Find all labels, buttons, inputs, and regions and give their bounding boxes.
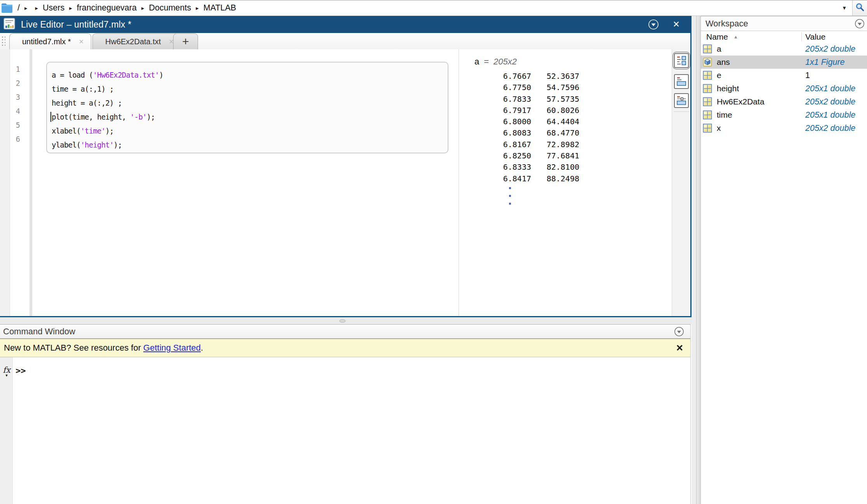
fx-function-hint-icon[interactable]: fx▼ bbox=[2, 366, 12, 377]
chevron-down-icon[interactable]: ▼ bbox=[839, 5, 852, 11]
panel-menu-icon[interactable] bbox=[855, 19, 865, 29]
editor-output-splitter[interactable] bbox=[459, 49, 459, 316]
workspace-row[interactable]: height205x1 double bbox=[701, 82, 867, 95]
output-cell: 54.7596 bbox=[531, 82, 579, 93]
breadcrumb-item[interactable]: Documents bbox=[148, 3, 192, 13]
code-segment: ) bbox=[159, 71, 163, 79]
tabbar-drag-handle[interactable] bbox=[1, 36, 5, 47]
command-window-body[interactable]: fx▼ >> bbox=[0, 357, 690, 504]
tab-close-icon[interactable]: ✕ bbox=[79, 38, 84, 45]
output-cell: 72.8982 bbox=[531, 139, 579, 150]
output-inline-icon[interactable] bbox=[674, 74, 689, 89]
figure-controls-icon[interactable] bbox=[674, 93, 689, 108]
code-line[interactable]: height = a(:,2) ; bbox=[52, 96, 448, 110]
output-row: 6.833382.8100 bbox=[481, 162, 579, 173]
variable-name: Hw6Ex2Data bbox=[717, 97, 764, 106]
workspace-row[interactable]: a205x2 double bbox=[701, 42, 867, 56]
matrix-variable-icon bbox=[703, 123, 712, 133]
output-cell: 6.8083 bbox=[481, 127, 531, 139]
window-menu-icon[interactable] bbox=[648, 19, 659, 30]
window-close-icon[interactable]: ✕ bbox=[673, 20, 680, 29]
variable-value: 1x1 Figure bbox=[805, 57, 845, 67]
breadcrumb-separator-icon: ▸ bbox=[192, 5, 203, 12]
breadcrumb-item[interactable]: Users bbox=[42, 3, 65, 13]
variable-value: 205x2 double bbox=[805, 97, 855, 107]
code-block[interactable]: a = load ('Hw6Ex2Data.txt')time = a(:,1)… bbox=[46, 62, 448, 153]
code-segment: xlabel( bbox=[52, 127, 80, 135]
variable-value: 205x2 double bbox=[805, 123, 855, 133]
code-line[interactable]: time = a(:,1) ; bbox=[52, 82, 448, 96]
splitter-gripper[interactable] bbox=[339, 319, 346, 323]
breadcrumb-item[interactable]: / bbox=[17, 3, 21, 13]
output-dimensions: 205x2 bbox=[493, 57, 517, 66]
line-number: 2 bbox=[11, 76, 20, 90]
live-editor-titlebar: Live Editor – untitled7.mlx * ✕ bbox=[0, 16, 690, 33]
workspace-column-header[interactable]: Name ▲ Value bbox=[701, 31, 867, 42]
workspace-row[interactable]: e1 bbox=[701, 69, 867, 82]
workspace-header: Workspace bbox=[701, 16, 867, 31]
output-cell: 60.8026 bbox=[531, 105, 579, 116]
output-cell: 52.3637 bbox=[531, 71, 579, 82]
code-line[interactable]: a = load ('Hw6Ex2Data.txt') bbox=[52, 68, 448, 82]
panel-menu-icon[interactable] bbox=[674, 327, 684, 337]
vertical-splitter[interactable] bbox=[692, 16, 700, 504]
output-view-side-selected[interactable] bbox=[672, 52, 690, 70]
matrix-variable-icon bbox=[703, 44, 712, 54]
column-name[interactable]: Name bbox=[701, 32, 728, 42]
code-segment: ); bbox=[114, 141, 122, 149]
horizontal-splitter[interactable] bbox=[0, 317, 692, 324]
variable-name: x bbox=[717, 123, 721, 133]
search-button[interactable] bbox=[852, 0, 867, 16]
output-variable: a bbox=[474, 57, 479, 66]
line-number: 4 bbox=[11, 104, 20, 118]
editor-gutter bbox=[30, 49, 32, 316]
line-number: 1 bbox=[11, 62, 20, 76]
command-prompt[interactable]: >> bbox=[16, 366, 26, 375]
breadcrumb-separator-icon: ▸ bbox=[65, 5, 76, 12]
breadcrumb: /▸▸Users▸francineguevara▸Documents▸MATLA… bbox=[17, 3, 237, 13]
plus-icon: + bbox=[182, 35, 189, 48]
tab-untitled7[interactable]: untitled7.mlx * ✕ bbox=[9, 33, 91, 49]
code-line[interactable]: ylabel('height'); bbox=[52, 138, 448, 152]
code-segment: time = a(:,1) ; bbox=[52, 85, 114, 93]
matrix-variable-icon bbox=[703, 71, 712, 80]
getting-started-link[interactable]: Getting Started bbox=[143, 343, 201, 353]
variable-name: height bbox=[717, 84, 739, 93]
output-cell: 6.7750 bbox=[481, 82, 531, 93]
banner-text: New to MATLAB? See resources for bbox=[4, 343, 143, 353]
breadcrumb-item[interactable]: francineguevara bbox=[76, 3, 137, 13]
editor-left-strip bbox=[0, 49, 10, 316]
code-line[interactable]: plot(time, height, '-b'); bbox=[52, 110, 448, 124]
code-segment: ); bbox=[105, 127, 113, 135]
workspace-row[interactable]: ans1x1 Figure bbox=[701, 56, 867, 69]
workspace-panel: Workspace Name ▲ Value a205x2 doubleans1… bbox=[700, 16, 867, 504]
column-separator[interactable] bbox=[801, 32, 802, 42]
output-cell: 6.8250 bbox=[481, 150, 531, 162]
banner-close-icon[interactable]: ✕ bbox=[676, 343, 683, 353]
line-number: 3 bbox=[11, 90, 20, 104]
code-string-segment: '-b' bbox=[130, 113, 147, 121]
getting-started-banner: New to MATLAB? See resources for Getting… bbox=[0, 339, 690, 357]
output-row: 6.808368.4770 bbox=[481, 127, 579, 139]
output-row: 6.783357.5735 bbox=[481, 94, 579, 105]
column-value[interactable]: Value bbox=[805, 32, 825, 42]
output-cell: 57.5735 bbox=[531, 94, 579, 105]
output-view-toolbar bbox=[672, 49, 690, 316]
code-line[interactable]: xlabel('time'); bbox=[52, 124, 448, 138]
tab-hw6ex2data[interactable]: Hw6Ex2Data.txt ✕ bbox=[92, 33, 181, 49]
live-editor-window: Live Editor – untitled7.mlx * ✕ untitled… bbox=[0, 16, 692, 317]
live-editor-icon bbox=[3, 18, 15, 31]
workspace-title: Workspace bbox=[705, 19, 748, 29]
new-tab-button[interactable]: + bbox=[173, 33, 198, 49]
output-row: 6.775054.7596 bbox=[481, 82, 579, 93]
workspace-row[interactable]: x205x2 double bbox=[701, 122, 867, 135]
variable-name: ans bbox=[717, 57, 730, 67]
tab-label: Hw6Ex2Data.txt bbox=[105, 37, 161, 46]
output-cell: 6.8167 bbox=[481, 139, 531, 150]
workspace-row[interactable]: time205x1 double bbox=[701, 108, 867, 122]
output-cell: 6.7667 bbox=[481, 71, 531, 82]
output-row: 6.800064.4404 bbox=[481, 116, 579, 127]
output-variable-line: a=205x2 bbox=[474, 57, 517, 67]
workspace-row[interactable]: Hw6Ex2Data205x2 double bbox=[701, 95, 867, 108]
breadcrumb-item[interactable]: MATLAB bbox=[203, 3, 237, 13]
